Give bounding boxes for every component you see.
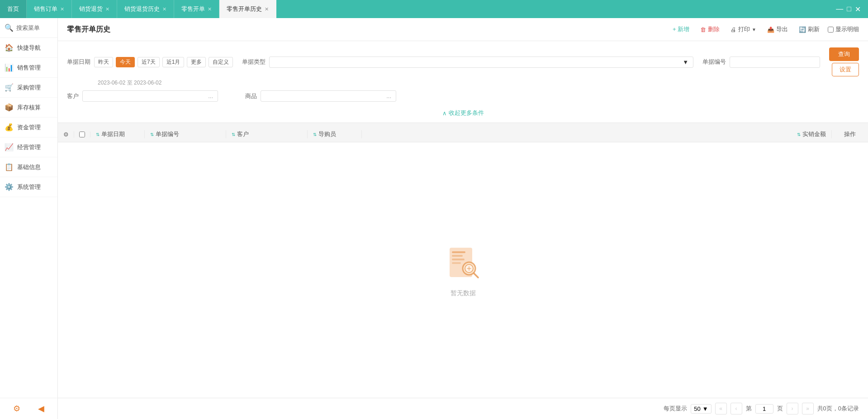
total-info: 共0页，0条记录 xyxy=(817,405,859,413)
page-size-select[interactable]: 50 ▼ xyxy=(691,404,711,414)
collapse-sidebar-icon[interactable]: ◀ xyxy=(38,404,44,414)
svg-rect-4 xyxy=(452,262,461,264)
empty-svg xyxy=(443,243,484,284)
table-area: ⚙ ⇅ 单据日期 ⇅ 单据编号 ⇅ 客户 ⇅ 导购员 xyxy=(58,127,868,419)
num-label: 单据编号 xyxy=(702,58,726,66)
th-settings[interactable]: ⚙ xyxy=(58,131,74,138)
th-amount-label: 实销金额 xyxy=(802,130,826,138)
sidebar-label-ops-mgmt: 经营管理 xyxy=(17,143,41,151)
display-columns-checkbox[interactable] xyxy=(828,27,834,33)
sidebar-search-label: 搜索菜单 xyxy=(16,24,40,32)
sidebar-icon-quick-nav: 🏠 xyxy=(5,43,14,52)
export-label: 导出 xyxy=(776,25,788,33)
display-columns-toggle[interactable]: 显示明细 xyxy=(828,25,859,33)
sidebar-item-purchase-mgmt[interactable]: 🛒采购管理 xyxy=(0,78,57,98)
sidebar-item-sys-mgmt[interactable]: ⚙️系统管理 xyxy=(0,177,57,197)
filter-num-item: 单据编号 xyxy=(702,56,820,68)
next-page-button[interactable]: › xyxy=(787,403,798,414)
customer-input[interactable]: ... xyxy=(82,90,218,102)
svg-rect-3 xyxy=(452,259,465,260)
tab-retail-open-history[interactable]: 零售开单历史✕ xyxy=(219,0,276,18)
sidebar-label-sys-mgmt: 系统管理 xyxy=(17,183,41,191)
filter-row-2: 客户 ... 商品 ... xyxy=(67,90,859,102)
sidebar-search[interactable]: 🔍 搜索菜单 xyxy=(0,18,57,38)
last-page-button[interactable]: » xyxy=(802,403,814,414)
delete-label: 删除 xyxy=(708,25,720,33)
th-customer-sort[interactable]: ⇅ xyxy=(232,132,235,137)
content-area: 零售开单历史 + 新增 🗑 删除 🖨 打印 ▼ 📤 导出 🔄 xyxy=(58,18,868,419)
query-button[interactable]: 查询 xyxy=(829,47,859,61)
th-amount-sort[interactable]: ⇅ xyxy=(797,132,801,137)
sidebar-icon-ops-mgmt: 📈 xyxy=(5,143,14,151)
date-1month[interactable]: 近1月 xyxy=(162,57,185,67)
date-yesterday[interactable]: 昨天 xyxy=(94,57,113,67)
tab-close-sales-return[interactable]: ✕ xyxy=(105,6,109,12)
first-page-button[interactable]: « xyxy=(715,403,727,414)
num-input[interactable] xyxy=(730,56,820,68)
sidebar-item-ops-mgmt[interactable]: 📈经营管理 xyxy=(0,137,57,157)
filter-area-wrap: 单据日期 昨天 今天 近7天 近1月 更多 自定义 单据类型 xyxy=(58,41,868,123)
sidebar-label-inventory: 库存核算 xyxy=(17,104,41,112)
tab-close-retail-open-history[interactable]: ✕ xyxy=(265,6,269,12)
tab-sales-return-history[interactable]: 销货退货历史✕ xyxy=(117,0,174,18)
close-button[interactable]: ✕ xyxy=(855,5,861,14)
tab-close-sales-return-history[interactable]: ✕ xyxy=(162,6,166,12)
sidebar-item-quick-nav[interactable]: 🏠快捷导航 xyxy=(0,38,57,58)
sidebar-item-basic-info[interactable]: 📋基础信息 xyxy=(0,157,57,177)
svg-line-7 xyxy=(474,273,478,278)
minimize-button[interactable]: — xyxy=(836,5,843,13)
maximize-button[interactable]: □ xyxy=(847,5,851,13)
customer-label: 客户 xyxy=(67,92,79,100)
table-body: 暂无数据 xyxy=(58,142,868,398)
sidebar-item-inventory[interactable]: 📦库存核算 xyxy=(0,98,57,118)
th-customer-label: 客户 xyxy=(237,130,249,138)
sidebar-label-quick-nav: 快捷导航 xyxy=(17,44,41,52)
date-today[interactable]: 今天 xyxy=(116,57,135,67)
refresh-icon: 🔄 xyxy=(799,26,806,33)
th-date-label: 单据日期 xyxy=(101,130,125,138)
toolbar: + 新增 🗑 删除 🖨 打印 ▼ 📤 导出 🔄 刷新 xyxy=(670,24,859,35)
product-input[interactable]: ... xyxy=(261,90,396,102)
th-checkbox[interactable] xyxy=(74,132,90,137)
sidebar-label-sales-mgmt: 销售管理 xyxy=(17,64,41,72)
window-controls: — □ ✕ xyxy=(836,5,868,14)
page-number-input[interactable] xyxy=(755,404,773,414)
th-op: 操作 xyxy=(832,130,868,138)
th-guide-sort[interactable]: ⇅ xyxy=(313,132,317,137)
sidebar-item-finance[interactable]: 💰资金管理 xyxy=(0,118,57,137)
collapse-row[interactable]: ∧ 收起更多条件 xyxy=(67,106,859,119)
tab-home[interactable]: 首页 xyxy=(0,0,27,18)
tab-sales-order[interactable]: 销售订单✕ xyxy=(27,0,72,18)
date-7days[interactable]: 近7天 xyxy=(138,57,160,67)
prev-page-button[interactable]: ‹ xyxy=(730,403,742,414)
th-amount: ⇅ 实销金额 xyxy=(362,130,832,138)
th-num-sort[interactable]: ⇅ xyxy=(150,132,154,137)
date-custom[interactable]: 自定义 xyxy=(209,57,233,67)
refresh-button[interactable]: 🔄 刷新 xyxy=(796,24,822,35)
filter-date-item: 单据日期 昨天 今天 近7天 近1月 更多 自定义 xyxy=(67,57,233,67)
th-guide-label: 导购员 xyxy=(318,130,336,138)
select-all-checkbox[interactable] xyxy=(79,132,85,137)
filter-customer-item: 客户 ... xyxy=(67,90,218,102)
search-icon: 🔍 xyxy=(5,24,14,32)
settings-button[interactable]: 设置 xyxy=(832,63,859,76)
tab-retail-open[interactable]: 零售开单✕ xyxy=(174,0,219,18)
date-more[interactable]: 更多 xyxy=(187,57,206,67)
sidebar: 🔍 搜索菜单 🏠快捷导航📊销售管理🛒采购管理📦库存核算💰资金管理📈经营管理📋基础… xyxy=(0,18,58,419)
sidebar-item-sales-mgmt[interactable]: 📊销售管理 xyxy=(0,58,57,78)
export-icon: 📤 xyxy=(767,26,774,33)
print-button[interactable]: 🖨 打印 ▼ xyxy=(728,24,759,35)
add-button[interactable]: + 新增 xyxy=(670,24,692,35)
tab-close-sales-order[interactable]: ✕ xyxy=(60,6,64,12)
tab-close-retail-open[interactable]: ✕ xyxy=(208,6,212,12)
delete-button[interactable]: 🗑 删除 xyxy=(697,24,722,35)
table-header: ⚙ ⇅ 单据日期 ⇅ 单据编号 ⇅ 客户 ⇅ 导购员 xyxy=(58,127,868,142)
top-bar: 首页销售订单✕销货退货✕销货退货历史✕零售开单✕零售开单历史✕ — □ ✕ xyxy=(0,0,868,18)
type-select[interactable]: ▼ xyxy=(269,56,693,68)
settings-icon[interactable]: ⚙ xyxy=(13,404,20,414)
th-customer: ⇅ 客户 xyxy=(226,130,308,138)
th-date-sort[interactable]: ⇅ xyxy=(96,132,100,137)
export-button[interactable]: 📤 导出 xyxy=(764,24,791,35)
tab-sales-return[interactable]: 销货退货✕ xyxy=(72,0,117,18)
sidebar-label-basic-info: 基础信息 xyxy=(17,163,41,171)
